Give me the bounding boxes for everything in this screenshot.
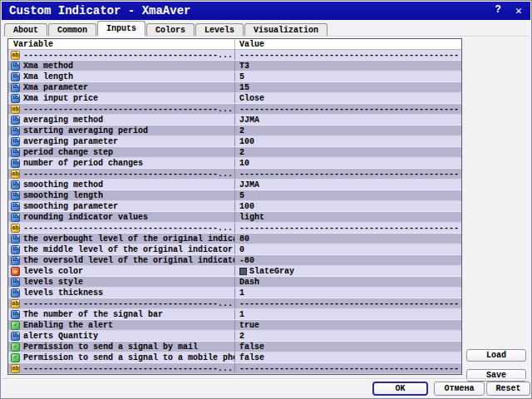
separator-row[interactable]: ab--------------------------------------… (8, 169, 461, 180)
param-value[interactable]: 2 (235, 331, 461, 341)
param-row[interactable]: ✓Permission to send a signal by mailfals… (8, 342, 461, 352)
param-row[interactable]: 123rounding indicator valueslight (8, 212, 461, 223)
number-type-icon: 123 (11, 83, 20, 92)
number-type-icon: 123 (11, 159, 20, 168)
param-label: number of period changes (23, 159, 143, 168)
number-type-icon: 123 (11, 202, 20, 211)
param-value[interactable]: 5 (235, 190, 461, 200)
separator-row[interactable]: ab--------------------------------------… (8, 363, 461, 374)
param-label: averaging parameter (23, 137, 118, 146)
bool-type-icon: ✓ (11, 321, 20, 330)
param-row[interactable]: 123alerts Quantity2 (8, 331, 461, 342)
param-value[interactable]: 10 (235, 158, 461, 168)
reset-button[interactable]: Reset (486, 382, 530, 396)
param-row[interactable]: 123Xma methodT3 (8, 61, 461, 71)
param-value[interactable]: 80 (235, 234, 461, 244)
param-value[interactable]: JJMA (235, 115, 461, 125)
number-type-icon: 123 (11, 288, 20, 298)
param-value[interactable]: 100 (235, 136, 461, 146)
param-label: smoothing length (23, 191, 103, 200)
param-row[interactable]: 123averaging methodJJMA (8, 115, 461, 126)
number-type-icon: 123 (11, 126, 20, 135)
param-label: The number of the signal bar (23, 310, 163, 319)
separator-row[interactable]: ab--------------------------------------… (8, 223, 461, 234)
param-row[interactable]: levels colorSlateGray (8, 266, 461, 277)
number-type-icon: 123 (11, 62, 20, 71)
param-value[interactable]: Dash (235, 277, 461, 287)
param-row[interactable]: 123number of period changes10 (8, 158, 461, 169)
window-title: Custom Indicator - XmaAver (9, 4, 190, 17)
param-label: ---------------------------------------.… (23, 51, 233, 60)
separator-row[interactable]: ab--------------------------------------… (8, 104, 461, 115)
load-button[interactable]: Load (466, 349, 526, 362)
tab-inputs[interactable]: Inputs (97, 21, 145, 36)
param-value[interactable]: SlateGray (235, 266, 461, 276)
color-type-icon (11, 267, 20, 276)
param-value[interactable]: 0 (235, 244, 461, 254)
param-value[interactable]: T3 (235, 61, 461, 71)
ok-button[interactable]: OK (372, 382, 428, 396)
param-value[interactable]: false (235, 352, 461, 362)
param-label: the middle level of the original indicat… (23, 245, 235, 254)
param-row[interactable]: 123the overbought level of the original … (8, 234, 461, 244)
text-type-icon: ab (11, 51, 20, 60)
param-value[interactable]: 100 (235, 201, 461, 211)
text-type-icon: ab (11, 105, 20, 114)
help-icon[interactable]: ? (492, 4, 504, 16)
param-row[interactable]: ✓Enabling the alerttrue (8, 320, 461, 331)
param-row[interactable]: 123Xma input priceClose (8, 93, 461, 104)
param-label: Xma method (23, 62, 73, 71)
param-value[interactable]: 1 (235, 309, 461, 319)
param-value[interactable]: 2 (235, 147, 461, 157)
tab-about[interactable]: About (4, 23, 47, 36)
cancel-button[interactable]: Отмена (434, 382, 485, 396)
tab-levels[interactable]: Levels (195, 23, 244, 36)
param-value[interactable]: 2 (235, 126, 461, 135)
param-row[interactable]: 123the middle level of the original indi… (8, 244, 461, 255)
param-row[interactable]: 123starting averaging period2 (8, 126, 461, 136)
close-icon[interactable]: ✕ (513, 4, 525, 17)
param-row[interactable]: 123smoothing parameter100 (8, 201, 461, 212)
tab-pane-divider (2, 36, 530, 37)
separator-row[interactable]: ab--------------------------------------… (8, 298, 461, 309)
param-label: ---------------------------------------.… (23, 299, 233, 308)
number-type-icon: 123 (11, 94, 20, 103)
param-row[interactable]: 123period change step2 (8, 147, 461, 158)
param-row[interactable]: 123The number of the signal bar1 (8, 309, 461, 320)
param-row[interactable]: 123Xma parameter15 (8, 82, 461, 93)
param-value[interactable]: 15 (235, 82, 461, 92)
param-row[interactable]: 123levels styleDash (8, 277, 461, 288)
param-row[interactable]: ✓Permission to send a signal to a mobile… (8, 352, 461, 363)
title-bar[interactable]: Custom Indicator - XmaAver ? ✕ (2, 2, 530, 20)
param-row[interactable]: 123smoothing methodJJMA (8, 180, 461, 190)
param-value[interactable]: 5 (235, 71, 461, 81)
param-value[interactable]: 1 (235, 288, 461, 298)
param-value[interactable]: Close (235, 93, 461, 103)
param-value: ----------------------------------------… (235, 104, 461, 114)
text-type-icon: ab (11, 299, 20, 308)
param-row[interactable]: 123the oversold level of the original in… (8, 255, 461, 266)
param-value[interactable]: true (235, 320, 461, 330)
param-value[interactable]: light (235, 212, 461, 222)
param-label: alerts Quantity (23, 332, 98, 341)
param-value[interactable]: JJMA (235, 180, 461, 190)
param-row[interactable]: 123Xma length5 (8, 71, 461, 82)
param-row[interactable]: 123averaging parameter100 (8, 136, 461, 147)
param-label: Enabling the alert (23, 321, 113, 330)
table-header: Variable Value (8, 39, 461, 50)
param-row[interactable]: 123smoothing length5 (8, 190, 461, 201)
number-type-icon: 123 (11, 234, 20, 244)
param-value[interactable]: -80 (235, 255, 461, 265)
param-label: ---------------------------------------.… (23, 224, 233, 233)
separator-row[interactable]: ab--------------------------------------… (8, 50, 461, 61)
number-type-icon: 123 (11, 72, 20, 81)
tab-visualization[interactable]: Visualization (244, 23, 328, 36)
param-value[interactable]: false (235, 342, 461, 352)
tab-colors[interactable]: Colors (146, 23, 195, 36)
param-row[interactable]: 123levels thickness1 (8, 288, 461, 298)
param-label: levels color (23, 267, 83, 276)
tab-common[interactable]: Common (48, 23, 96, 36)
param-label: the oversold level of the original indic… (23, 256, 235, 265)
column-header-variable: Variable (8, 39, 235, 49)
bool-type-icon: ✓ (11, 342, 20, 352)
